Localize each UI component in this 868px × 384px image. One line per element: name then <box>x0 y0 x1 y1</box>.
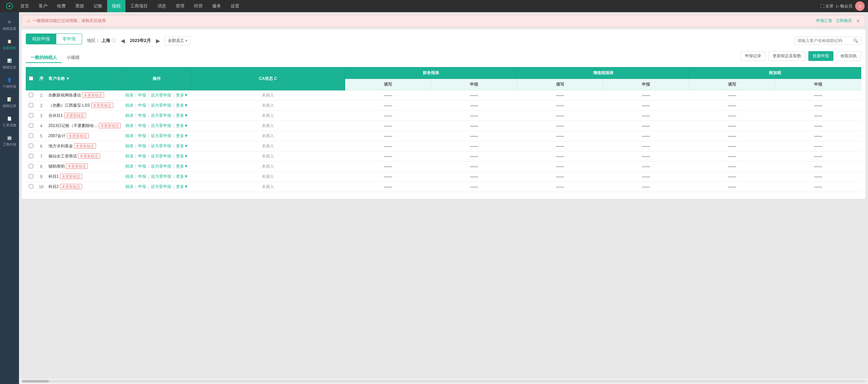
staff-select[interactable]: 全部员工 ▾ <box>165 36 191 45</box>
op-zero-declare-1[interactable]: 设为零申报 <box>151 103 171 108</box>
op-more-9[interactable]: 更多▼ <box>176 184 188 189</box>
op-tax-table-4[interactable]: 税表 <box>125 133 134 138</box>
collect-receipt-btn[interactable]: 收取回执 <box>836 51 861 61</box>
op-declare-7[interactable]: 申报 <box>138 164 146 169</box>
nav-item-报税[interactable]: 报税 <box>107 0 125 12</box>
nav-item-首页[interactable]: 首页 <box>16 0 34 12</box>
nav-item-记账[interactable]: 记账 <box>89 0 107 12</box>
row-name-text: 2013日记账（不要删除哈... <box>48 123 98 128</box>
update-tax-btn[interactable]: 更新税定及取数 <box>768 51 806 61</box>
taxpayer-tab-general[interactable]: 一般的纳税人 <box>26 53 62 63</box>
row-checkbox-3[interactable] <box>29 123 33 128</box>
op-tax-table-1[interactable]: 税表 <box>125 103 134 108</box>
nav-item-经营[interactable]: 经营 <box>189 0 208 12</box>
op-tax-table-5[interactable]: 税表 <box>125 144 134 148</box>
notice-link-1[interactable]: 申报汇签 <box>816 18 832 24</box>
search-input[interactable] <box>797 38 852 43</box>
op-more-3[interactable]: 更多▼ <box>176 123 188 128</box>
search-icon[interactable]: 🔍 <box>853 38 858 43</box>
nav-item-收费[interactable]: 收费 <box>52 0 71 12</box>
op-tax-table-8[interactable]: 税表 <box>125 174 134 179</box>
op-zero-declare-6[interactable]: 设为零申报 <box>151 154 171 158</box>
sidebar-item-0[interactable]: ⚙ 报税设置 <box>0 15 19 34</box>
declaration-record-btn[interactable]: 申报记录 <box>741 51 766 61</box>
op-more-0[interactable]: 更多▼ <box>176 93 188 98</box>
op-zero-declare-2[interactable]: 设为零申报 <box>151 113 171 118</box>
op-declare-8[interactable]: 申报 <box>138 174 146 179</box>
horizontal-scrollbar[interactable] <box>19 378 868 384</box>
prev-date-btn[interactable]: ◀ <box>121 38 125 44</box>
op-declare-1[interactable]: 申报 <box>138 103 146 108</box>
sidebar-item-5[interactable]: 📄 汇算清缴 <box>0 111 19 131</box>
row-checkbox-2[interactable] <box>29 113 33 118</box>
op-zero-declare-0[interactable]: 设为零申报 <box>151 93 171 98</box>
row-checkbox-5[interactable] <box>29 144 33 148</box>
sort-icon[interactable]: ▼ <box>66 76 70 81</box>
op-more-7[interactable]: 更多▼ <box>176 164 188 169</box>
op-declare-4[interactable]: 申报 <box>138 133 146 138</box>
fullscreen-btn[interactable]: ⛶ 全屏 <box>820 3 833 9</box>
op-declare-9[interactable]: 申报 <box>138 184 146 189</box>
op-more-2[interactable]: 更多▼ <box>176 113 188 118</box>
tab-tax-declaration[interactable]: 税款申报 <box>26 34 56 44</box>
nav-item-消息[interactable]: 消息 <box>153 0 171 12</box>
op-zero-declare-7[interactable]: 设为零申报 <box>151 164 171 169</box>
nav-item-票据[interactable]: 票据 <box>71 0 89 12</box>
op-more-1[interactable]: 更多▼ <box>176 103 188 108</box>
op-zero-declare-9[interactable]: 设为零申报 <box>151 184 171 189</box>
tab-zero-declaration[interactable]: 零申报 <box>56 34 82 44</box>
next-date-btn[interactable]: ▶ <box>156 38 160 44</box>
nav-item-管理[interactable]: 管理 <box>171 0 189 12</box>
annual-icon: 🏢 <box>6 134 13 142</box>
op-declare-3[interactable]: 申报 <box>138 123 146 128</box>
sidebar-item-2[interactable]: 📊 报税总览 <box>0 54 19 73</box>
notice-close-btn[interactable]: ✕ <box>856 18 860 24</box>
op-zero-declare-4[interactable]: 设为零申报 <box>151 133 171 138</box>
op-tax-table-9[interactable]: 税表 <box>125 184 134 189</box>
op-declare-0[interactable]: 申报 <box>138 93 146 98</box>
op-more-5[interactable]: 更多▼ <box>176 144 188 148</box>
op-zero-declare-3[interactable]: 设为零申报 <box>151 123 171 128</box>
row-operations: 税表 | 申报 | 设为零申报 | 更多▼ <box>123 111 191 121</box>
op-zero-declare-8[interactable]: 设为零申报 <box>151 174 171 179</box>
op-tax-table-2[interactable]: 税表 <box>125 113 134 118</box>
nav-item-设置[interactable]: 设置 <box>226 0 244 12</box>
taxpayer-tab-small[interactable]: 小规模 <box>62 53 84 63</box>
sidebar-item-1[interactable]: 📋 批量报税 <box>0 34 19 54</box>
row-checkbox-7[interactable] <box>29 164 33 168</box>
op-tax-table-3[interactable]: 税表 <box>125 123 134 128</box>
nav-item-工商项目[interactable]: 工商项目 <box>125 0 153 12</box>
row-checkbox-8[interactable] <box>29 174 33 178</box>
row-operations: 税表 | 申报 | 设为零申报 | 更多▼ <box>123 141 191 151</box>
op-tax-table-6[interactable]: 税表 <box>125 154 134 158</box>
info-icon[interactable]: ⓘ <box>112 38 116 44</box>
sidebar-item-6[interactable]: 🏢 工商年报 <box>0 131 19 150</box>
row-checkbox-1[interactable] <box>29 103 33 107</box>
op-declare-5[interactable]: 申报 <box>138 144 146 148</box>
row-name-text: 勿删新税网络通信 <box>48 93 81 98</box>
op-more-8[interactable]: 更多▼ <box>176 174 188 179</box>
row-checkbox-0[interactable] <box>29 93 33 97</box>
avatar[interactable]: U <box>855 1 865 11</box>
op-more-6[interactable]: 更多▼ <box>176 154 188 158</box>
nav-item-服务[interactable]: 服务 <box>208 0 226 12</box>
select-all-checkbox[interactable] <box>29 76 33 81</box>
notice-link-2[interactable]: 立即购买 <box>836 18 852 24</box>
sidebar-label-3: 个税申报 <box>3 85 16 89</box>
op-tax-table-0[interactable]: 税表 <box>125 93 134 98</box>
op-declare-6[interactable]: 申报 <box>138 154 146 158</box>
batch-declaration-btn[interactable]: 批量申报 <box>808 51 833 61</box>
row-checkbox-9[interactable] <box>29 184 33 189</box>
op-zero-declare-5[interactable]: 设为零申报 <box>151 144 171 148</box>
row-checkbox-6[interactable] <box>29 154 33 158</box>
table-row: 5 2007会计 未更新核定 税表 | 申报 | 设为零申报 | 更多▼ 未插入… <box>26 131 861 141</box>
sidebar-item-3[interactable]: 👤 个税申报 <box>0 73 19 92</box>
op-more-4[interactable]: 更多▼ <box>176 133 188 138</box>
op-declare-2[interactable]: 申报 <box>138 113 146 118</box>
op-tax-table-7[interactable]: 税表 <box>125 164 134 169</box>
member-btn[interactable]: ▷ 畅会员 <box>836 3 852 9</box>
row-checkbox-4[interactable] <box>29 133 33 138</box>
scroll-thumb[interactable] <box>22 380 49 383</box>
nav-item-客户[interactable]: 客户 <box>34 0 52 12</box>
sidebar-item-4[interactable]: 📝 报税记录 <box>0 92 19 111</box>
